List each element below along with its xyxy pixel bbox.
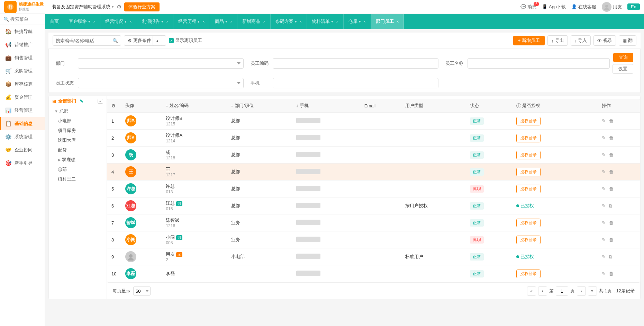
tab-profit[interactable]: 利润报告 ▾ ×: [137, 14, 173, 29]
tab-bom-close[interactable]: ×: [336, 19, 338, 24]
ea-badge[interactable]: Ea: [627, 3, 640, 10]
sidebar-item-basic-info[interactable]: 📋 基础信息: [0, 117, 45, 130]
auth-button[interactable]: 授权登录: [516, 185, 541, 193]
sidebar-item-purchase[interactable]: 🛒 采购管理: [0, 64, 45, 78]
auth-button[interactable]: 授权登录: [516, 117, 541, 125]
delete-icon[interactable]: 🗑: [609, 237, 614, 243]
add-employee-button[interactable]: + 新增员工: [513, 36, 545, 45]
tab-ops-close[interactable]: ×: [129, 19, 131, 24]
delete-icon[interactable]: 🗑: [609, 220, 614, 226]
auth-button[interactable]: 授权登录: [516, 134, 541, 142]
delete-icon[interactable]: 🗑: [609, 135, 614, 141]
tab-operations-status[interactable]: 经营情况 ▾ ×: [100, 14, 137, 29]
last-page-button[interactable]: »: [588, 287, 597, 296]
edit-icon[interactable]: ✎: [602, 271, 606, 276]
first-page-button[interactable]: «: [527, 287, 536, 296]
tab-barcode[interactable]: 条码方案 ▾ ×: [271, 14, 307, 29]
edit-icon[interactable]: ✎: [602, 254, 606, 260]
dept-item-project-warehouse[interactable]: 项目库房: [52, 126, 107, 135]
tab-employees[interactable]: 部门员工 ×: [371, 14, 404, 29]
auth-button[interactable]: 授权登录: [516, 236, 541, 244]
tab-history[interactable]: 经营历程 ▾ ×: [173, 14, 210, 29]
edit-icon[interactable]: ✎: [602, 135, 606, 141]
auth-button[interactable]: 授权登录: [516, 219, 541, 227]
edit-icon[interactable]: ✎: [602, 118, 606, 124]
col-phone[interactable]: ↕ 手机: [292, 99, 360, 113]
edit-icon[interactable]: ✎: [602, 220, 606, 226]
online-service-button[interactable]: 👤 在线客服: [571, 4, 596, 10]
sidebar-item-quick-nav[interactable]: 🏠 快捷导航: [0, 25, 45, 38]
tab-add-goods-close[interactable]: ×: [263, 19, 265, 24]
sidebar-item-system[interactable]: ⚙️ 系统管理: [0, 130, 45, 143]
tab-customer[interactable]: 客户联络 ▾ ×: [64, 14, 100, 29]
import-button[interactable]: ↓ 导入: [571, 35, 591, 46]
trial-button[interactable]: 体验行业方案: [124, 2, 160, 11]
dept-item-hq[interactable]: ▼ 总部: [49, 106, 107, 116]
auth-button[interactable]: 授权登录: [516, 151, 541, 159]
tab-profit-close[interactable]: ×: [166, 19, 168, 24]
edit-icon[interactable]: ✎: [602, 186, 606, 192]
messages-button[interactable]: 💬 消息 5: [520, 4, 536, 10]
tab-add-goods[interactable]: 新增商品 ×: [237, 14, 270, 29]
settings-icon[interactable]: ⚙: [117, 3, 121, 10]
col-settings[interactable]: ⚙: [107, 99, 121, 113]
delete-icon[interactable]: 🗑: [609, 271, 614, 276]
page-number-input[interactable]: [556, 287, 568, 296]
tab-customer-close[interactable]: ×: [93, 19, 95, 24]
search-input[interactable]: [56, 38, 111, 43]
auth-button[interactable]: 授权登录: [516, 270, 541, 278]
tab-warehouse[interactable]: 仓库 ▾ ×: [344, 14, 371, 29]
sidebar-item-guide[interactable]: 🎯 新手引导: [0, 157, 45, 170]
emp-code-input[interactable]: [273, 58, 438, 69]
delete-icon[interactable]: 🗑: [609, 186, 614, 192]
emp-name-input[interactable]: [468, 58, 610, 69]
tab-goods[interactable]: 商品 ▾ ×: [210, 14, 237, 29]
edit-icon[interactable]: ✎: [602, 203, 606, 209]
tab-goods-close[interactable]: ×: [230, 19, 232, 24]
sidebar-item-finance[interactable]: 💰 资金管理: [0, 91, 45, 104]
edit-icon[interactable]: ✎: [602, 152, 606, 158]
col-name-code[interactable]: ↕ 姓名/编码: [162, 99, 227, 113]
more-filters-button[interactable]: ⚙ 更多条件 ▴: [124, 35, 166, 46]
tab-barcode-close[interactable]: ×: [300, 19, 302, 24]
page-size-select[interactable]: 50 20 100: [133, 287, 151, 296]
sidebar-item-sales[interactable]: 💼 销售管理: [0, 51, 45, 64]
query-button[interactable]: 查询: [613, 53, 633, 62]
settings-columns-button[interactable]: ▦ 翻: [619, 35, 636, 46]
set-button[interactable]: 设置: [613, 64, 633, 74]
delete-icon[interactable]: 🗑: [609, 169, 614, 175]
next-page-button[interactable]: ›: [577, 287, 586, 296]
search-input[interactable]: [10, 17, 40, 22]
auth-button[interactable]: 授权登录: [516, 168, 541, 176]
delete-icon[interactable]: 🗑: [609, 152, 614, 158]
collapse-dept-icon[interactable]: «: [98, 99, 103, 104]
tab-bom[interactable]: 物料清单 ▾ ×: [307, 14, 343, 29]
search-icon[interactable]: 🔍: [112, 38, 118, 43]
dept-item-small-elec[interactable]: 小电部: [52, 116, 107, 126]
sidebar-item-collab[interactable]: 🤝 企业协同: [0, 143, 45, 157]
dept-item-zhicun[interactable]: 植村王二: [52, 174, 107, 184]
sidebar-item-inventory[interactable]: 📦 库存核算: [0, 78, 45, 91]
dept-item-shuanglu[interactable]: ▶ 双鹿想: [52, 155, 107, 165]
view-button[interactable]: 👁 视录: [593, 35, 616, 46]
phone-input[interactable]: [273, 78, 438, 88]
app-download-button[interactable]: 📱 App下载: [542, 4, 566, 10]
status-select[interactable]: [78, 78, 244, 88]
edit-icon[interactable]: ✎: [602, 237, 606, 243]
tab-history-close[interactable]: ×: [202, 19, 205, 24]
dept-item-shenyang[interactable]: 沈阳大库: [52, 135, 107, 145]
show-former-checkbox[interactable]: ✓ 显示离职员工: [169, 37, 202, 44]
prev-page-button[interactable]: ‹: [538, 287, 547, 296]
tab-home[interactable]: 首页: [45, 14, 64, 29]
copy-icon[interactable]: ⧉: [609, 203, 612, 209]
export-button[interactable]: ↑ 导出: [547, 35, 568, 46]
user-menu[interactable]: 用友: [602, 2, 622, 12]
sidebar-item-marketing[interactable]: 📢 营销推广: [0, 38, 45, 51]
sidebar-item-operations[interactable]: 📊 经营管理: [0, 104, 45, 117]
dept-item-delivery[interactable]: 配货: [52, 145, 107, 155]
delete-icon[interactable]: 🗑: [609, 118, 614, 124]
col-dept-pos[interactable]: ↕ 部门/职位: [227, 99, 292, 113]
dept-item-headquarters[interactable]: 总部: [52, 165, 107, 174]
copy-icon[interactable]: ⧉: [609, 254, 612, 260]
system-dropdown-icon[interactable]: ▾: [112, 5, 114, 9]
